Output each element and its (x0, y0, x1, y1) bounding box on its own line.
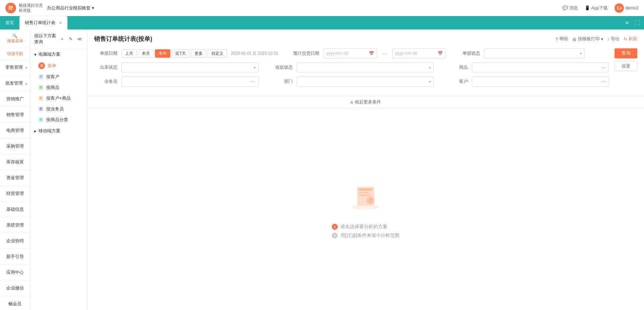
main-layout: 🔍 搜索菜单 快捷导航 零售管理 ▾ 批发管理 ▴ 营销推广 销售管理 电商管理… (0, 30, 644, 310)
date-separator: — (381, 51, 388, 56)
tab-bar-actions: ✕ ⛶ (624, 18, 644, 28)
tab-close-icon[interactable]: ✕ (59, 20, 62, 25)
scheme-order-icon: 单 (38, 62, 45, 69)
date-buttons: 上月 本月 本年 近7天 更多 自定义 2023-01-01 至 2023-12… (121, 49, 278, 58)
mobile-section-header[interactable]: ▸ 移动端方案 (30, 125, 87, 137)
sidebar-item-ecommerce[interactable]: 电商管理 (0, 123, 30, 139)
goods-more-icon[interactable]: ··· (601, 64, 606, 70)
scheme-sales-icon: 图 (38, 106, 44, 112)
sidebar-item-inventory[interactable]: 库存核算 (0, 154, 30, 170)
app-download-btn[interactable]: 📱 App下载 (585, 5, 608, 11)
sidebar-item-marketing[interactable]: 营销推广 (0, 91, 30, 107)
sidebar-item-operation[interactable]: 经营管理 (0, 186, 30, 202)
sidebar-item-wholesale[interactable]: 批发管理 ▴ (0, 75, 30, 91)
last-7-days-btn[interactable]: 近7天 (172, 49, 190, 58)
top-bar: 好 畅捷通好生意 标准版 办公用品行业模拟账套 ▾ 💬 消息 📱 App下载 E… (0, 0, 644, 16)
query-btn[interactable]: 查询 (614, 48, 637, 58)
mobile-expand-icon: ▸ (34, 128, 37, 134)
add-scheme-btn[interactable]: + (59, 36, 65, 42)
more-date-btn[interactable]: 更多 (191, 49, 206, 58)
content-area: 按以下方案查询 + ✎ ≪ ▾ 电脑端方案 单 按单 用 按客 (30, 30, 644, 310)
edit-scheme-btn[interactable]: ✎ (67, 36, 74, 42)
top-bar-left: 好 畅捷通好生意 标准版 办公用品行业模拟账套 ▾ (5, 3, 94, 13)
avatar-icon: Ea (614, 3, 624, 13)
sidebar-item-enterprise[interactable]: 企业协同 (0, 233, 30, 249)
customer-more-icon[interactable]: ··· (601, 79, 606, 85)
filter-row-3: 业务员 ··· 部门 ▾ 客户 (94, 76, 609, 87)
scheme-goods-icon: 图 (38, 85, 44, 90)
sidebar-item-basic[interactable]: 基础信息 (0, 202, 30, 217)
search-icon: 🔍 (3, 34, 27, 38)
collapse-panel-btn[interactable]: ≪ (76, 36, 83, 42)
tab-home[interactable]: 首页 (0, 16, 19, 30)
sales-label: 业务员 (94, 79, 117, 85)
dept-select[interactable]: ▾ (297, 76, 434, 87)
receipt-select[interactable]: ▾ (297, 62, 434, 72)
sidebar-item-sales[interactable]: 销售管理 (0, 107, 30, 123)
user-avatar[interactable]: Ea demo2 (614, 3, 639, 13)
collapse-icon: ∧ (350, 100, 354, 105)
expected-date-end[interactable]: yyyy-mm-dd 📅 (392, 48, 446, 58)
sidebar-item-guide[interactable]: 新手引导 (0, 249, 30, 265)
scheme-category-icon: 图 (38, 117, 44, 122)
goods-select[interactable]: ··· (472, 62, 609, 72)
ship-select[interactable]: ▾ (121, 62, 259, 72)
expected-date-start[interactable]: yyyy-mm-dd 📅 (323, 48, 377, 58)
message-btn[interactable]: 💬 消息 (562, 5, 578, 11)
right-panel: 销售订单统计表(按单) ? 帮助 🖨 按模板打印 ▾ ↑ (87, 30, 644, 310)
title-actions: ? 帮助 🖨 按模板打印 ▾ ↑ 导出 ↻ (555, 36, 637, 42)
logo-text: 畅捷通好生意 标准版 (19, 3, 43, 13)
download-icon: 📱 (585, 5, 590, 10)
app-selector[interactable]: 办公用品行业模拟账套 ▾ (47, 5, 94, 11)
empty-tips: 1 请先选择要分析的方案 2 用[过滤]条件来缩小分析范围 (332, 224, 399, 241)
scheme-item-customer[interactable]: 用 按客户 (30, 71, 87, 82)
sidebar-item-finance[interactable]: 资金管理 (0, 170, 30, 186)
custom-date-btn[interactable]: 自定义 (208, 49, 227, 58)
filter-row-1: 单据日期 上月 本月 本年 近7天 更多 自定义 2023-01-01 至 20… (94, 48, 609, 58)
svg-rect-4 (359, 195, 371, 196)
ship-label: 出库状态 (94, 64, 117, 70)
tab-sales-stats[interactable]: 销售订单统计表 ✕ (19, 16, 67, 30)
desktop-expand-icon: ▾ (34, 52, 37, 57)
message-icon: 💬 (562, 5, 568, 10)
scheme-cg-icon: 图 (38, 96, 44, 101)
export-icon: ↑ (607, 37, 610, 42)
status-select[interactable]: ▾ (484, 48, 585, 58)
sidebar-item-retail[interactable]: 零售管理 ▾ (0, 60, 30, 75)
desktop-section-header[interactable]: ▾ 电脑端方案 (30, 49, 87, 60)
sidebar: 🔍 搜索菜单 快捷导航 零售管理 ▾ 批发管理 ▴ 营销推广 销售管理 电商管理… (0, 30, 30, 310)
export-btn[interactable]: ↑ 导出 (607, 36, 620, 42)
desktop-scheme-section: ▾ 电脑端方案 单 按单 用 按客户 图 按商品 图 按客户+商品 (30, 49, 87, 125)
ship-arrow-icon: ▾ (254, 66, 256, 69)
refresh-btn[interactable]: ↻ 刷新 (624, 36, 637, 42)
sidebar-item-member[interactable]: 畅会员 (0, 296, 30, 310)
scheme-item-salesman[interactable]: 图 按业务员 (30, 104, 87, 114)
sidebar-item-purchase[interactable]: 采购管理 (0, 139, 30, 154)
status-label: 单据状态 (457, 50, 480, 56)
tab-minimize-icon[interactable]: ✕ (624, 18, 631, 28)
scheme-item-category[interactable]: 图 按商品分类 (30, 114, 87, 125)
sidebar-quick-nav[interactable]: 快捷导航 (0, 48, 30, 60)
scheme-item-order[interactable]: 单 按单 (30, 60, 87, 71)
this-month-btn[interactable]: 本月 (138, 49, 154, 58)
help-btn[interactable]: ? 帮助 (555, 36, 568, 42)
customer-select[interactable]: ··· (472, 76, 609, 87)
sidebar-item-wechat[interactable]: 企业微信 (0, 280, 30, 296)
dept-label: 部门 (269, 79, 293, 85)
sales-more-icon[interactable]: ··· (250, 79, 255, 85)
set-btn[interactable]: 设置 (614, 61, 637, 71)
date-label: 单据日期 (94, 50, 117, 56)
collapse-btn[interactable]: ∧ 收起更多条件 (350, 99, 381, 105)
sidebar-search[interactable]: 🔍 搜索菜单 (0, 30, 30, 48)
sidebar-item-appcenter[interactable]: 应用中心 (0, 265, 30, 280)
sales-select[interactable]: ··· (121, 76, 259, 87)
last-month-btn[interactable]: 上月 (121, 49, 137, 58)
logo-area: 好 畅捷通好生意 标准版 (5, 3, 43, 13)
this-year-btn[interactable]: 本年 (155, 49, 170, 58)
print-btn[interactable]: 🖨 按模板打印 ▾ (572, 36, 603, 42)
scheme-item-goods[interactable]: 图 按商品 (30, 82, 87, 93)
sidebar-item-system[interactable]: 系统管理 (0, 217, 30, 233)
tab-maximize-icon[interactable]: ⛶ (633, 18, 641, 27)
svg-rect-2 (359, 189, 372, 191)
scheme-item-customer-goods[interactable]: 图 按客户+商品 (30, 93, 87, 104)
